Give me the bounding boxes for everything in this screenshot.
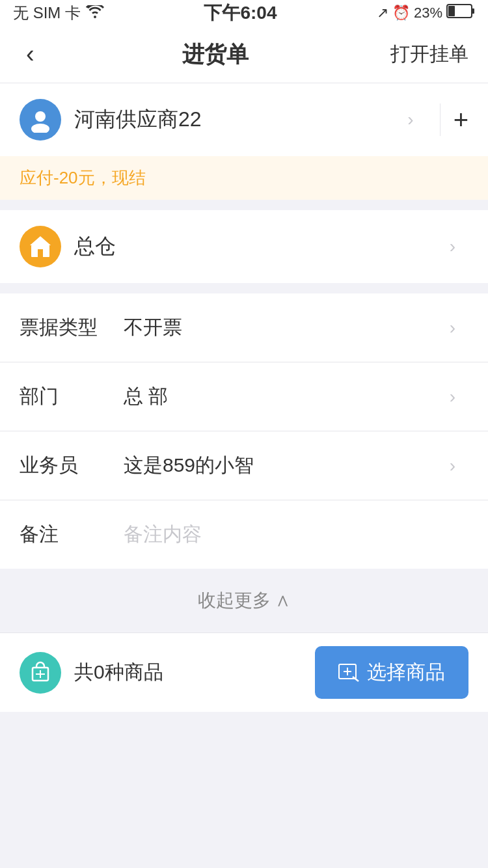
supplier-card: 河南供应商22 › + 应付-20元，现结 <box>0 83 488 200</box>
supplier-name: 河南供应商22 <box>74 105 407 134</box>
department-chevron-icon: › <box>450 387 455 407</box>
product-icon <box>20 652 61 694</box>
gray-fill <box>0 712 488 868</box>
remark-value: 备注内容 <box>111 521 468 548</box>
supplier-row[interactable]: 河南供应商22 › + <box>0 83 488 156</box>
invoice-type-chevron-icon: › <box>450 318 455 338</box>
status-bar: 无 SIM 卡 下午6:04 ↗ ⏰ 23% <box>0 0 488 26</box>
add-supplier-button[interactable]: + <box>454 105 468 135</box>
divider <box>440 103 441 136</box>
location-icon: ↗ <box>377 5 388 21</box>
warehouse-chevron-icon: › <box>450 236 455 257</box>
status-time: 下午6:04 <box>204 1 277 25</box>
salesperson-label: 业务员 <box>20 452 111 479</box>
remark-row[interactable]: 备注 备注内容 <box>0 500 488 569</box>
select-product-label: 选择商品 <box>367 659 445 686</box>
collapse-label: 收起更多 ∧ <box>198 588 291 613</box>
form-section: 票据类型 不开票 › 部门 总 部 › 业务员 这是859的小智 › 备注 备注… <box>0 293 488 569</box>
svg-marker-6 <box>30 236 51 245</box>
svg-point-4 <box>31 124 49 133</box>
nav-bar: ‹ 进货单 打开挂单 <box>0 26 488 83</box>
invoice-type-row[interactable]: 票据类型 不开票 › <box>0 293 488 362</box>
salesperson-value: 这是859的小智 <box>111 452 450 479</box>
wifi-icon <box>86 4 104 22</box>
content-area: 河南供应商22 › + 应付-20元，现结 总仓 › 票据类型 不开票 <box>0 83 488 868</box>
supplier-chevron-icon: › <box>407 109 413 130</box>
department-value: 总 部 <box>111 383 450 410</box>
status-left: 无 SIM 卡 <box>13 3 104 23</box>
battery-label: 23% <box>414 5 442 21</box>
warehouse-name: 总仓 <box>74 232 450 261</box>
notice-text: 应付-20元，现结 <box>20 168 146 187</box>
invoice-type-label: 票据类型 <box>20 314 111 341</box>
back-button[interactable]: ‹ <box>20 34 41 75</box>
alarm-icon: ⏰ <box>392 5 410 21</box>
product-count: 共0种商品 <box>74 659 315 686</box>
department-label: 部门 <box>20 383 111 410</box>
sim-label: 无 SIM 卡 <box>13 3 81 23</box>
department-row[interactable]: 部门 总 部 › <box>0 362 488 431</box>
page-title: 进货单 <box>182 40 249 70</box>
status-right: ↗ ⏰ 23% <box>377 4 475 22</box>
collapse-row[interactable]: 收起更多 ∧ <box>0 570 488 631</box>
open-pending-button[interactable]: 打开挂单 <box>390 41 468 68</box>
svg-rect-7 <box>38 249 43 257</box>
svg-point-3 <box>35 111 46 122</box>
svg-rect-2 <box>448 6 455 16</box>
bottom-bar: 共0种商品 选择商品 <box>0 632 488 712</box>
svg-rect-1 <box>472 8 474 14</box>
invoice-type-value: 不开票 <box>111 314 450 341</box>
warehouse-row[interactable]: 总仓 › <box>0 210 488 283</box>
notice-bar: 应付-20元，现结 <box>0 156 488 200</box>
supplier-avatar <box>20 99 61 141</box>
remark-label: 备注 <box>20 521 111 548</box>
warehouse-card: 总仓 › <box>0 210 488 283</box>
battery-icon <box>446 4 475 22</box>
warehouse-icon <box>20 226 61 267</box>
salesperson-chevron-icon: › <box>450 455 455 476</box>
select-product-button[interactable]: 选择商品 <box>315 646 468 699</box>
salesperson-row[interactable]: 业务员 这是859的小智 › <box>0 431 488 500</box>
